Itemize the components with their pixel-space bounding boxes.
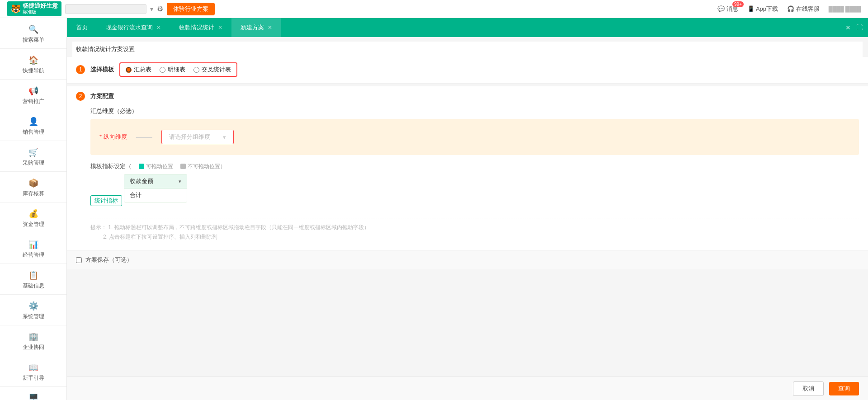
info-icon: 📋 [28, 270, 38, 280]
enterprise-icon: 🏢 [28, 332, 38, 342]
metrics-header: 模板指标设定（ 可拖动位置 不可拖动位置） [90, 162, 859, 170]
sidebar-item-label: 销售管理 [23, 128, 44, 136]
sidebar-item-guide[interactable]: 📖 新手引导 [0, 356, 66, 387]
radio-detail-label: 明细表 [168, 66, 185, 74]
radio-detail-input[interactable] [160, 67, 165, 73]
close-window-icon[interactable]: ✕ [845, 24, 851, 31]
stat-label: 统计指标 [90, 195, 122, 206]
service-label: 在线客服 [796, 5, 820, 12]
step1-badge: 1 [76, 65, 85, 74]
sidebar-item-inventory[interactable]: 📦 库存核算 [0, 172, 66, 202]
gear-icon[interactable]: ⚙ [157, 5, 163, 13]
finance-icon: 💰 [28, 209, 38, 219]
service-btn[interactable]: 🎧 在线客服 [787, 5, 820, 13]
radio-summary[interactable]: 汇总表 [126, 66, 151, 74]
dimension-area: * 纵向维度 —— 请选择分组维度 ▾ [90, 119, 859, 155]
metrics-table-header[interactable]: 收款金额 ▾ [124, 174, 187, 188]
system-icon: ⚙️ [28, 301, 38, 311]
radio-cross-label: 交叉统计表 [202, 66, 231, 74]
sidebar-item-label: 基础信息 [23, 282, 44, 290]
step2-row: 2 方案配置 [76, 92, 859, 101]
logo-text: 畅捷通好生意 [23, 2, 58, 9]
sidebar-item-label: 经营管理 [23, 251, 44, 259]
sidebar-item-quicknav[interactable]: 🏠 快捷导航 [0, 49, 66, 80]
step2-badge: 2 [76, 92, 85, 101]
tab-stats-close[interactable]: ✕ [218, 24, 222, 31]
sidebar-item-label: 采购管理 [23, 159, 44, 167]
sidebar-item-system[interactable]: ⚙️ 系统管理 [0, 295, 66, 325]
dimension-section-label: 汇总维度（必选） [90, 107, 859, 115]
query-button[interactable]: 查询 [829, 382, 859, 395]
message-badge: 99+ [732, 1, 744, 7]
sidebar-item-label: 营销推广 [23, 98, 44, 105]
dropdown-icon[interactable]: ▾ [150, 5, 153, 13]
col-chevron-icon[interactable]: ▾ [179, 179, 181, 184]
tips-section: 提示： 1. 拖动标题栏可以调整布局，不可跨维度或指标区域拖动栏目字段（只能在同… [90, 218, 859, 241]
radio-summary-input[interactable] [126, 67, 132, 73]
metrics-table: 收款金额 ▾ 合计 [124, 174, 187, 202]
cancel-button[interactable]: 取消 [793, 381, 824, 396]
sidebar-item-operations[interactable]: 📊 经营管理 [0, 233, 66, 264]
sidebar-item-enterprise[interactable]: 🏢 企业协同 [0, 325, 66, 356]
sidebar-item-label: 新手引导 [23, 374, 44, 382]
dimension-selector[interactable]: 请选择分组维度 ▾ [161, 130, 234, 144]
tab-new[interactable]: 新建方案 ✕ [231, 18, 281, 37]
drag-indicator [139, 164, 144, 169]
search-input[interactable] [65, 4, 146, 14]
footer-bar: 取消 查询 [67, 376, 868, 400]
step1-label: 选择模板 [90, 66, 114, 74]
sidebar-item-hardware[interactable]: 🖥️ 智能硬件 [0, 387, 66, 400]
template-section: 1 选择模板 汇总表 明细表 [67, 57, 868, 84]
sidebar-item-label: 搜索菜单 [23, 36, 44, 44]
sidebar-item-marketing[interactable]: 📢 营销推广 [0, 80, 66, 110]
dimension-row: * 纵向维度 —— 请选择分组维度 ▾ [99, 130, 850, 144]
sidebar-item-label: 库存核算 [23, 190, 44, 198]
trial-button[interactable]: 体验行业方案 [167, 3, 215, 15]
radio-cross[interactable]: 交叉统计表 [193, 66, 231, 74]
top-bar: 🐯 畅捷通好生意 标准版 ▾ ⚙ 体验行业方案 💬 消息 99+ 📱 App下载… [0, 0, 868, 18]
no-drag-label: 不可拖动位置） [188, 163, 226, 170]
megaphone-icon: 📢 [28, 86, 38, 96]
step2-label: 方案配置 [90, 92, 114, 100]
dimension-section: 汇总维度（必选） * 纵向维度 —— 请选择分组维度 ▾ [90, 107, 859, 241]
save-section: 方案保存（可选） [67, 250, 868, 269]
tab-bank[interactable]: 现金银行流水查询 ✕ [97, 18, 170, 37]
sidebar-item-purchase[interactable]: 🛒 采购管理 [0, 141, 66, 172]
sidebar-item-finance[interactable]: 💰 资金管理 [0, 202, 66, 233]
radio-detail[interactable]: 明细表 [160, 66, 185, 74]
selector-arrow: ▾ [223, 134, 226, 141]
tab-stats-label: 收款情况统计 [179, 24, 214, 32]
maximize-icon[interactable]: ⛶ [856, 24, 863, 31]
download-btn[interactable]: 📱 App下载 [747, 5, 778, 13]
download-label: App下载 [756, 5, 778, 12]
message-btn[interactable]: 💬 消息 99+ [717, 5, 738, 13]
search-icon: 🔍 [28, 24, 38, 34]
template-box: 汇总表 明细表 交叉统计表 [119, 62, 237, 77]
user-info: ████ ████ [829, 6, 861, 12]
sidebar-item-label: 企业协同 [23, 344, 44, 351]
sidebar: 🔍 搜索菜单 🏠 快捷导航 📢 营销推广 👤 销售管理 🛒 采购管理 📦 库存核… [0, 18, 67, 400]
draggable-hint: 可拖动位置 [139, 163, 173, 170]
config-section: 2 方案配置 汇总维度（必选） * 纵向维度 —— 请选择分组维度 ▾ [67, 86, 868, 250]
tab-home[interactable]: 首页 [67, 18, 97, 37]
tab-stats[interactable]: 收款情况统计 ✕ [170, 18, 231, 37]
vertical-dim-label: * 纵向维度 [99, 133, 127, 141]
content-area: 首页 现金银行流水查询 ✕ 收款情况统计 ✕ 新建方案 ✕ ✕ ⛶ 收款情况统计… [67, 18, 868, 400]
save-checkbox[interactable] [76, 257, 82, 263]
tab-bank-close[interactable]: ✕ [156, 24, 161, 31]
headset-icon: 🎧 [787, 5, 794, 12]
tab-bar: 首页 现金银行流水查询 ✕ 收款情况统计 ✕ 新建方案 ✕ ✕ ⛶ [67, 18, 868, 37]
sidebar-item-label: 快捷导航 [23, 67, 44, 75]
tab-new-close[interactable]: ✕ [268, 24, 272, 31]
guide-icon: 📖 [28, 362, 38, 372]
sidebar-item-search[interactable]: 🔍 搜索菜单 [0, 18, 66, 49]
tab-home-label: 首页 [76, 24, 88, 32]
top-bar-left: 🐯 畅捷通好生意 标准版 ▾ ⚙ 体验行业方案 [7, 1, 215, 17]
metrics-table-container: 统计指标 收款金额 ▾ 合计 [90, 174, 859, 209]
radio-cross-input[interactable] [193, 67, 199, 73]
step1-row: 1 选择模板 汇总表 明细表 [76, 62, 859, 77]
metrics-table-row: 合计 [124, 188, 187, 202]
sidebar-item-sales[interactable]: 👤 销售管理 [0, 110, 66, 141]
sidebar-item-basicinfo[interactable]: 📋 基础信息 [0, 264, 66, 295]
download-icon: 📱 [747, 5, 755, 12]
